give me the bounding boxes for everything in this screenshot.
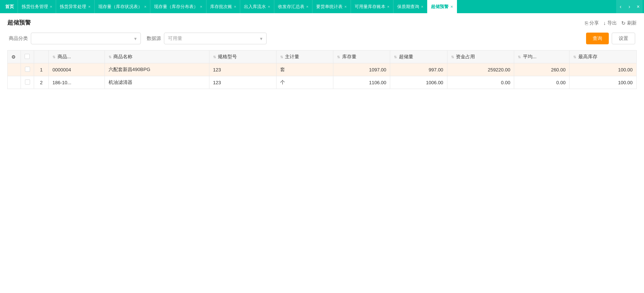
th-product-name[interactable]: ⇅ 商品名称 bbox=[105, 51, 209, 63]
top-nav: 首页 拣货任务管理 × 拣货异常处理 × 现存量（库存状况表） × 现存量（库存… bbox=[0, 0, 644, 13]
cell-actions bbox=[8, 76, 21, 89]
sort-icon: ⇅ bbox=[52, 55, 55, 59]
cell-checkbox[interactable] bbox=[21, 63, 34, 76]
gear-icon: ⚙ bbox=[11, 54, 16, 60]
datasource-dropdown-icon: ▾ bbox=[260, 36, 263, 41]
cell-product-name: 机油滤清器 bbox=[105, 76, 209, 89]
cell-row-num: 1 bbox=[34, 63, 49, 76]
datasource-select-value: 可用量 bbox=[168, 35, 182, 42]
close-tab-available-acct[interactable]: × bbox=[387, 4, 389, 9]
th-gear[interactable]: ⚙ bbox=[8, 51, 21, 63]
filter-buttons: 查询 设置 bbox=[586, 33, 635, 44]
datasource-label: 数据源 bbox=[147, 35, 161, 42]
th-stock-qty[interactable]: ⇅ 库存量 bbox=[333, 51, 390, 63]
cell-row-num: 2 bbox=[34, 76, 49, 89]
close-tab-task-mgmt[interactable]: × bbox=[50, 4, 52, 9]
th-avg[interactable]: ⇅ 平均... bbox=[514, 51, 570, 63]
filter-row: 商品分类 ▾ 数据源 可用量 ▾ 查询 设置 bbox=[7, 33, 637, 44]
cell-product-name: 六配套新昌490BPG bbox=[105, 63, 209, 76]
sort-icon: ⇅ bbox=[213, 55, 216, 59]
cell-checkbox[interactable] bbox=[21, 76, 34, 89]
nav-tab-order-stats[interactable]: 要货单统计表 × bbox=[312, 0, 351, 13]
query-button[interactable]: 查询 bbox=[586, 33, 609, 44]
nav-tab-recv-summary[interactable]: 收发存汇总表 × bbox=[274, 0, 312, 13]
nav-tab-task-mgmt[interactable]: 拣货任务管理 × bbox=[18, 0, 56, 13]
datasource-select[interactable]: 可用量 ▾ bbox=[164, 33, 267, 44]
cell-product-code: 186-10... bbox=[49, 76, 105, 89]
cell-spec: 123 bbox=[209, 63, 276, 76]
close-tab-abnormal[interactable]: × bbox=[88, 4, 90, 9]
close-tab-stock-dist[interactable]: × bbox=[200, 4, 202, 9]
th-max-stock[interactable]: ⇅ 最高库存 bbox=[570, 51, 637, 63]
category-label: 商品分类 bbox=[9, 35, 28, 42]
sort-icon: ⇅ bbox=[280, 55, 283, 59]
cell-overstock-qty: 997.00 bbox=[390, 63, 447, 76]
cell-max-stock: 100.00 bbox=[570, 76, 637, 89]
th-overstock-qty[interactable]: ⇅ 超储量 bbox=[390, 51, 447, 63]
nav-tab-batch[interactable]: 库存批次账 × bbox=[206, 0, 240, 13]
nav-tab-available-acct[interactable]: 可用量库存账本 × bbox=[351, 0, 394, 13]
close-tab-inout-flow[interactable]: × bbox=[268, 4, 270, 9]
cell-unit: 套 bbox=[276, 63, 333, 76]
th-capital-usage[interactable]: ⇅ 资金占用 bbox=[447, 51, 514, 63]
cell-spec: 123 bbox=[209, 76, 276, 89]
settings-button[interactable]: 设置 bbox=[612, 33, 635, 44]
close-tab-stock-status[interactable]: × bbox=[144, 4, 146, 9]
close-tab-order-stats[interactable]: × bbox=[344, 4, 347, 9]
nav-tab-abnormal[interactable]: 拣货异常处理 × bbox=[56, 0, 94, 13]
close-tab-overstock-warn[interactable]: × bbox=[450, 4, 453, 9]
close-tab-quality-check[interactable]: × bbox=[421, 4, 423, 9]
row-checkbox[interactable] bbox=[25, 67, 30, 72]
sort-icon: ⇅ bbox=[109, 55, 111, 59]
cell-stock-qty: 1106.00 bbox=[333, 76, 390, 89]
cell-max-stock: 100.00 bbox=[570, 63, 637, 76]
sort-icon: ⇅ bbox=[451, 55, 454, 59]
page-header: 超储预警 ⎘ 分享 ↓ 导出 ↻ 刷新 bbox=[7, 19, 637, 27]
cell-unit: 个 bbox=[276, 76, 333, 89]
th-checkbox[interactable] bbox=[21, 51, 34, 63]
sort-icon: ⇅ bbox=[573, 55, 576, 59]
nav-tab-stock-dist[interactable]: 现存量（库存分布表） × bbox=[150, 0, 206, 13]
data-table: ⚙ ⇅ 商品... ⇅ 商品名称 ⇅ 规格型号 bbox=[7, 50, 637, 89]
close-tab-batch[interactable]: × bbox=[234, 4, 236, 9]
nav-tab-stock-status[interactable]: 现存量（库存状况表） × bbox=[95, 0, 150, 13]
nav-arrow-left[interactable]: ‹ bbox=[616, 0, 625, 13]
category-select[interactable]: ▾ bbox=[31, 33, 141, 44]
nav-arrow-close[interactable]: × bbox=[634, 0, 643, 13]
share-icon: ⎘ bbox=[585, 20, 588, 26]
refresh-icon: ↻ bbox=[621, 20, 626, 26]
table-row[interactable]: 1 0000004 六配套新昌490BPG 123 套 1097.00 997.… bbox=[8, 63, 637, 76]
th-row-num bbox=[34, 51, 49, 63]
th-unit[interactable]: ⇅ 主计量 bbox=[276, 51, 333, 63]
nav-arrows: ‹ › × bbox=[616, 0, 643, 13]
nav-tab-inout-flow[interactable]: 出入库流水 × bbox=[240, 0, 274, 13]
table-row[interactable]: 2 186-10... 机油滤清器 123 个 1106.00 1006.00 … bbox=[8, 76, 637, 89]
cell-capital-usage: 0.00 bbox=[447, 76, 514, 89]
close-tab-recv-summary[interactable]: × bbox=[306, 4, 308, 9]
table-header-row: ⚙ ⇅ 商品... ⇅ 商品名称 ⇅ 规格型号 bbox=[8, 51, 637, 63]
cell-capital-usage: 259220.00 bbox=[447, 63, 514, 76]
nav-tab-quality-check[interactable]: 保质期查询 × bbox=[394, 0, 427, 13]
page-actions: ⎘ 分享 ↓ 导出 ↻ 刷新 bbox=[585, 20, 637, 26]
cell-avg: 260.00 bbox=[514, 63, 570, 76]
refresh-button[interactable]: ↻ 刷新 bbox=[621, 20, 637, 26]
page-content: 超储预警 ⎘ 分享 ↓ 导出 ↻ 刷新 商品分类 ▾ 数据源 bbox=[0, 13, 644, 293]
header-checkbox[interactable] bbox=[25, 54, 30, 59]
share-button[interactable]: ⎘ 分享 bbox=[585, 20, 599, 26]
th-product-code[interactable]: ⇅ 商品... bbox=[49, 51, 105, 63]
cell-avg: 0.00 bbox=[514, 76, 570, 89]
page-title: 超储预警 bbox=[7, 19, 31, 27]
sort-icon: ⇅ bbox=[394, 55, 397, 59]
nav-tab-overstock-warn[interactable]: 超储预警 × bbox=[427, 0, 457, 13]
th-spec[interactable]: ⇅ 规格型号 bbox=[209, 51, 276, 63]
sort-icon: ⇅ bbox=[518, 55, 521, 59]
sort-icon: ⇅ bbox=[337, 55, 340, 59]
nav-tab-home[interactable]: 首页 bbox=[1, 0, 18, 13]
export-button[interactable]: ↓ 导出 bbox=[603, 20, 617, 26]
category-filter: 商品分类 ▾ bbox=[9, 33, 141, 44]
cell-overstock-qty: 1006.00 bbox=[390, 76, 447, 89]
nav-arrow-right[interactable]: › bbox=[625, 0, 634, 13]
datasource-filter: 数据源 可用量 ▾ bbox=[147, 33, 267, 44]
row-checkbox[interactable] bbox=[25, 79, 30, 85]
cell-stock-qty: 1097.00 bbox=[333, 63, 390, 76]
